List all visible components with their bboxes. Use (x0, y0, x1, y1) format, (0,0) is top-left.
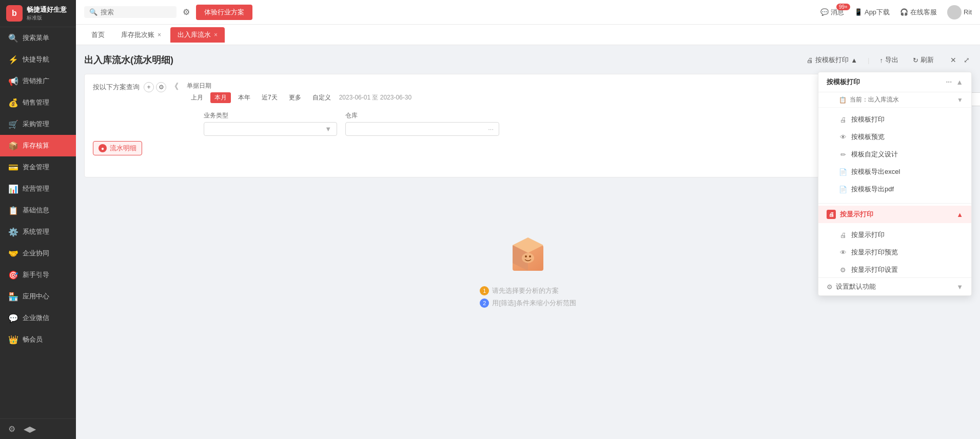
dropdown-current-row[interactable]: 📋 当前：出入库流水 ▼ (818, 92, 971, 108)
sidebar-icon-operation: 📊 (8, 184, 18, 194)
business-type-chevron: ▼ (325, 125, 331, 133)
sidebar-icon-basic: 📋 (8, 205, 18, 215)
page-title: 出入库流水(流水明细) (84, 54, 173, 66)
message-button[interactable]: 💬 消息 99+ (820, 8, 844, 17)
date-shortcut-this-year[interactable]: 本年 (234, 92, 254, 103)
printer-icon: 🖨 (807, 56, 813, 64)
sidebar-item-wecom[interactable]: 💬 企业微信 (0, 307, 76, 329)
trial-button[interactable]: 体验行业方案 (196, 5, 252, 20)
date-field-label: 单据日期 (187, 82, 811, 90)
sidebar-item-system[interactable]: ⚙️ 系统管理 (0, 221, 76, 243)
warehouse-select[interactable]: ··· (345, 122, 499, 136)
dp-label-template-export-excel: 按模板导出excel (851, 167, 900, 176)
dropdown-footer[interactable]: ⚙ 设置默认功能 ▼ (818, 277, 971, 295)
dropdown-item-display-print-settings[interactable]: ⚙ 按显示打印设置 (818, 261, 971, 277)
template-print-button[interactable]: 🖨 按模板打印 ▲ (802, 53, 861, 67)
dropdown-panel: 按模板打印 ··· ▲ 📋 当前：出入库流水 (818, 72, 972, 296)
sidebar-item-operation[interactable]: 📊 经营管理 (0, 178, 76, 199)
app-download-button[interactable]: 📱 App下载 (854, 8, 890, 17)
date-shortcut-last-month[interactable]: 上月 (187, 92, 207, 103)
user-name: Rit (964, 8, 972, 16)
sidebar-item-basic[interactable]: 📋 基础信息 (0, 199, 76, 221)
dropdown-item-template-custom[interactable]: ✏ 模板自定义设计 (818, 146, 971, 163)
sidebar-item-purchase[interactable]: 🛒 采购管理 (0, 113, 76, 135)
sidebar-icon-wecom: 💬 (8, 313, 18, 323)
dp-icon-template-export-pdf: 📄 (839, 185, 847, 193)
business-type-field: 业务类型 ▼ (204, 111, 337, 136)
sidebar-item-inventory[interactable]: 📦 库存核算 (0, 135, 76, 156)
date-shortcut-this-month[interactable]: 本月 (210, 92, 231, 103)
export-button[interactable]: ↑ 导出 (876, 53, 903, 67)
sidebar-logo: b 畅捷通好生意 标准版 (0, 0, 76, 27)
topbar-search[interactable]: 🔍 (84, 6, 177, 18)
empty-hint-1: 1 请先选择要分析的方案 (480, 286, 576, 295)
sidebar-label-basic: 基础信息 (23, 206, 49, 215)
filter-settings-icon[interactable]: ⚙ (156, 82, 166, 92)
display-print-subheader[interactable]: 🖨 按显示打印 ▲ (818, 206, 971, 223)
date-shortcuts: 上月 本月 本年 近7天 更多 自定义 (187, 92, 335, 103)
dropdown-item-display-print[interactable]: 🖨 按显示打印 (818, 226, 971, 244)
sidebar-icon-search: 🔍 (8, 33, 18, 43)
close-overlay-button[interactable]: ✕ (948, 55, 958, 65)
settings-bottom-icon[interactable]: ⚙ (8, 424, 15, 434)
search-input[interactable] (101, 8, 171, 16)
empty-state-icon (502, 225, 554, 276)
dropdown-item-template-export-pdf[interactable]: 📄 按模板导出pdf (818, 181, 971, 198)
business-type-select[interactable]: ▼ (204, 122, 337, 136)
brand-name: 畅捷通好生意 (27, 5, 67, 14)
sidebar-item-search[interactable]: 🔍 搜索菜单 (0, 27, 76, 49)
dp-label-template-export-pdf: 按模板导出pdf (851, 185, 894, 194)
tab-inout-flow[interactable]: 出入库流水× (170, 27, 225, 43)
dropdown-item-template-print[interactable]: 🖨 按模板打印 (818, 111, 971, 128)
sidebar-item-finance[interactable]: 💳 资金管理 (0, 156, 76, 178)
tab-batch-account[interactable]: 库存批次账× (114, 27, 168, 43)
dropdown-item-display-preview[interactable]: 👁 按显示打印预览 (818, 244, 971, 261)
sidebar-icon-system: ⚙️ (8, 227, 18, 237)
sidebar-label-operation: 经营管理 (23, 184, 49, 193)
online-service-button[interactable]: 🎧 在线客服 (900, 8, 937, 17)
dp-icon-display-print: 🖨 (839, 231, 847, 239)
sidebar-item-guide[interactable]: 🎯 新手引导 (0, 264, 76, 286)
tabbar: 首页库存批次账×出入库流水× (76, 25, 980, 45)
sidebar-item-quick-nav[interactable]: ⚡ 快捷导航 (0, 49, 76, 70)
message-icon: 💬 (820, 8, 829, 16)
sidebar-label-marketing: 营销推广 (23, 76, 49, 86)
dropdown-more-icon[interactable]: ··· (946, 78, 952, 86)
refresh-button[interactable]: ↻ 刷新 (909, 53, 938, 67)
filter-add-icon[interactable]: + (144, 82, 154, 92)
sidebar-item-sales[interactable]: 💰 销售管理 (0, 92, 76, 113)
empty-hints: 1 请先选择要分析的方案 2 用[筛选]条件来缩小分析范围 (480, 286, 576, 311)
user-avatar-button[interactable]: Rit (947, 5, 972, 19)
hint-text-1: 请先选择要分析的方案 (492, 286, 559, 295)
sub-filter-tag[interactable]: ● 流水明细 (93, 141, 142, 155)
date-shortcut-7days[interactable]: 近7天 (258, 92, 282, 103)
current-label-icon: 📋 (839, 96, 847, 104)
dropdown-chevron-up-icon[interactable]: ▲ (956, 78, 963, 86)
dropdown-item-template-preview[interactable]: 👁 按模板预览 (818, 128, 971, 146)
date-shortcut-more[interactable]: 更多 (285, 92, 305, 103)
expand-overlay-button[interactable]: ⤢ (962, 55, 972, 65)
sidebar-label-apps: 应用中心 (23, 292, 49, 301)
tab-close-inout-flow[interactable]: × (214, 31, 218, 38)
dropdown-item-template-export-excel[interactable]: 📄 按模板导出excel (818, 163, 971, 181)
sidebar-label-vip: 畅会员 (23, 335, 43, 344)
tab-close-batch-account[interactable]: × (158, 31, 161, 38)
date-shortcut-custom[interactable]: 自定义 (308, 92, 335, 103)
collapse-sidebar-icon[interactable]: ◀▶ (24, 424, 36, 434)
sidebar-icon-apps: 🏪 (8, 291, 18, 302)
sidebar-icon-purchase: 🛒 (8, 119, 18, 129)
hint-num-1: 1 (480, 286, 489, 295)
app-logo-icon: b (6, 5, 23, 22)
sidebar-icon-inventory: 📦 (8, 141, 18, 151)
topbar-settings-icon[interactable]: ⚙ (183, 7, 190, 17)
page-content: 出入库流水(流水明细) 🖨 按模板打印 ▲ | ↑ 导出 ↻ 刷新 (76, 45, 980, 439)
sidebar-item-apps[interactable]: 🏪 应用中心 (0, 286, 76, 307)
tab-home[interactable]: 首页 (84, 27, 112, 43)
sidebar-item-vip[interactable]: 👑 畅会员 (0, 329, 76, 350)
sub-filter-tag-icon: ● (99, 144, 107, 152)
filter-collapse-icon[interactable]: 《 (170, 82, 179, 92)
export-label: 导出 (885, 55, 898, 65)
refresh-icon: ↻ (913, 56, 918, 64)
sidebar-item-collab[interactable]: 🤝 企业协同 (0, 243, 76, 264)
sidebar-item-marketing[interactable]: 📢 营销推广 (0, 70, 76, 92)
